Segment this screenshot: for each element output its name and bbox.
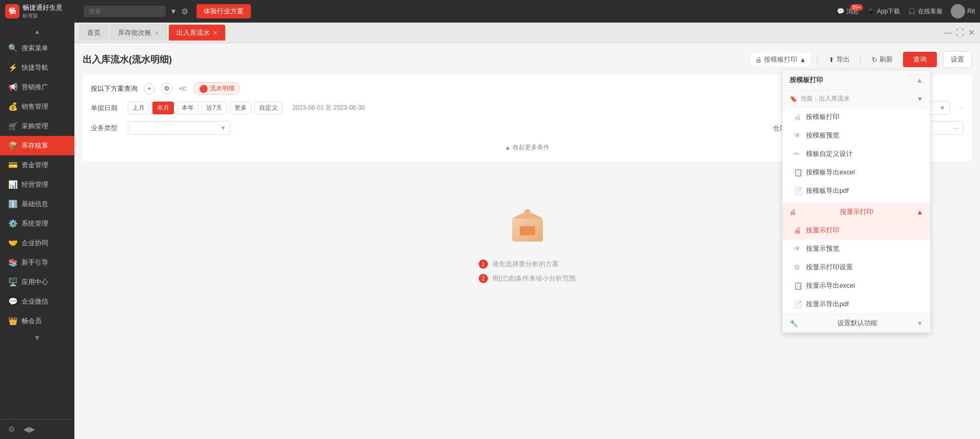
message-btn[interactable]: 💬 消息 99+ — [837, 7, 859, 16]
date-btn-custom[interactable]: 自定义 — [254, 102, 282, 114]
filter-tag-icon: 🔴 — [199, 85, 208, 93]
sidebar-label-member: 畅会员 — [22, 316, 42, 326]
sidebar-label-finance: 资金管理 — [22, 161, 48, 170]
filter-collapse-btn[interactable]: ≪ — [179, 84, 187, 93]
refresh-btn[interactable]: ↻ 刷新 — [868, 53, 897, 66]
tab-stock-flow[interactable]: 出入库流水 ✕ — [169, 25, 225, 41]
sidebar-item-system[interactable]: ⚙️ 系统管理 — [0, 214, 74, 233]
sidebar-scroll-down[interactable]: ▼ — [0, 331, 74, 345]
tab-inventory-batch-label: 库存批次账 — [118, 28, 151, 37]
online-service-btn[interactable]: 🎧 在线客服 — [908, 7, 943, 16]
dropdown-item-display-settings[interactable]: ⚙ 按显示打印设置 — [782, 258, 930, 276]
dropdown-item-template-design[interactable]: ✏ 模板自定义设计 — [782, 145, 930, 163]
date-range-display: 2023-06-01 至 2023-06-30 — [292, 104, 365, 112]
sidebar-item-appcenter[interactable]: 🖥️ 应用中心 — [0, 272, 74, 292]
eye-icon: 👁 — [794, 131, 802, 139]
date-btn-last-month[interactable]: 上月 — [128, 102, 149, 114]
sidebar-item-guide[interactable]: 📚 新手引导 — [0, 253, 74, 272]
dropdown-item-template-excel[interactable]: 📋 按模板导出excel — [782, 163, 930, 182]
export-btn[interactable]: ⬆ 导出 — [825, 53, 854, 66]
sidebar-item-quicknav[interactable]: ⚡ 快捷导航 — [0, 58, 74, 77]
sidebar-collapse-icon[interactable]: ◀▶ — [23, 425, 35, 434]
date-btn-more[interactable]: 更多 — [230, 102, 251, 114]
warehouse-more-icon[interactable]: ··· — [953, 124, 959, 132]
dropdown-item-display-pdf[interactable]: 📄 按显示导出pdf — [782, 295, 930, 313]
display-print-item-icon: 🖨 — [794, 226, 802, 234]
dropdown-section-display[interactable]: 🖨 按显示打印 ▲ — [782, 203, 930, 221]
settings-icon[interactable]: ⚙ — [181, 7, 188, 16]
sidebar-item-marketing[interactable]: 📢 营销推广 — [0, 77, 74, 97]
sidebar-scroll-up[interactable]: ▲ — [0, 25, 74, 38]
setting-btn[interactable]: 设置 — [943, 51, 972, 68]
display-pdf-icon: 📄 — [794, 300, 802, 308]
sidebar-item-basicinfo[interactable]: ℹ️ 基础信息 — [0, 194, 74, 214]
tab-inventory-batch-close[interactable]: ✕ — [154, 30, 159, 36]
sidebar-item-wechat[interactable]: 💬 企业微信 — [0, 292, 74, 311]
sidebar-item-collaboration[interactable]: 🤝 企业协同 — [0, 233, 74, 253]
tab-expand-icon[interactable]: ⛶ — [956, 28, 964, 37]
sidebar-label-system: 系统管理 — [22, 219, 48, 228]
dropdown-item-display-print[interactable]: 🖨 按显示打印 — [782, 221, 930, 240]
date-btn-this-year[interactable]: 本年 — [177, 102, 199, 114]
sidebar-label-basicinfo: 基础信息 — [22, 199, 48, 209]
tab-stock-flow-close[interactable]: ✕ — [213, 30, 218, 36]
date-btn-this-month[interactable]: 本月 — [152, 102, 174, 114]
dropdown-footer[interactable]: 🔧 设置默认功能 ▼ — [782, 313, 930, 332]
chart-icon: 📊 — [8, 180, 17, 189]
avatar — [951, 4, 965, 18]
top-header: 畅 畅捷通好生意 标准版 ▼ ⚙ 体验行业方案 💬 消息 99+ 📱 App下载… — [0, 0, 980, 23]
tab-inventory-batch[interactable]: 库存批次账 ✕ — [110, 25, 167, 41]
date-label: 单据日期 — [91, 104, 122, 113]
dropdown-item-template-pdf[interactable]: 📄 按模板导出pdf — [782, 182, 930, 200]
step-2-text: 用[过滤]条件来缩小分析范围 — [492, 274, 576, 283]
sidebar-settings-icon[interactable]: ⚙ — [8, 425, 15, 434]
header-right: 💬 消息 99+ 📱 App下载 🎧 在线客服 Rit — [837, 4, 975, 18]
svg-rect-4 — [525, 209, 530, 217]
page-content: 出入库流水(流水明细) 🖨 按模板打印 ▲ | ⬆ 导出 | ↻ — [74, 43, 980, 439]
wechat-icon: 💬 — [8, 297, 17, 306]
dropdown-item-template-print[interactable]: 🖨 按模板打印 — [782, 108, 930, 126]
lightning-icon: ⚡ — [8, 63, 17, 72]
header-search-input[interactable] — [84, 6, 166, 17]
sidebar-label-collaboration: 企业协同 — [22, 238, 48, 248]
query-btn[interactable]: 查询 — [903, 52, 937, 67]
dropdown-header: 按模板打印 ▲ — [782, 70, 930, 90]
sidebar-label-inventory: 库存核算 — [22, 141, 48, 150]
trial-btn[interactable]: 体验行业方案 — [197, 4, 251, 18]
divider-2: | — [860, 56, 861, 64]
dropdown-title: 按模板打印 — [790, 75, 823, 85]
sidebar-item-sales[interactable]: 💰 销售管理 — [0, 97, 74, 116]
empty-state-illustration — [502, 198, 553, 249]
sidebar-item-inventory[interactable]: 📦 库存核算 — [0, 136, 74, 155]
collapse-more-btn[interactable]: ▲ 收起更多条件 — [501, 141, 554, 154]
page-title: 出入库流水(流水明细) — [83, 53, 172, 66]
current-chevron[interactable]: ▼ — [917, 95, 923, 103]
business-type-select[interactable] — [128, 121, 230, 135]
app-download-btn[interactable]: 📱 App下载 — [867, 7, 900, 16]
sidebar-item-purchase[interactable]: 🛒 采购管理 — [0, 116, 74, 136]
empty-step-2: 2 用[过滤]条件来缩小分析范围 — [479, 274, 576, 283]
user-name: Rit — [967, 8, 975, 15]
dropdown-item-display-excel[interactable]: 📋 按显示导出excel — [782, 276, 930, 295]
megaphone-icon: 📢 — [8, 83, 17, 92]
sidebar-item-operations[interactable]: 📊 经营管理 — [0, 175, 74, 194]
tab-minimize-icon[interactable]: — — [944, 28, 952, 37]
tab-home-label: 首页 — [87, 28, 101, 37]
tab-close-all-icon[interactable]: ✕ — [968, 28, 975, 37]
dropdown-item-display-preview[interactable]: 👁 按显示预览 — [782, 240, 930, 258]
dropdown-close-arrow[interactable]: ▲ — [916, 76, 923, 84]
date-btn-7days[interactable]: 近7天 — [202, 102, 227, 114]
sidebar-item-search[interactable]: 🔍 搜索菜单 — [0, 38, 74, 58]
dropdown-item-template-preview[interactable]: 👁 按模板预览 — [782, 126, 930, 145]
filter-settings-btn[interactable]: ⚙ — [161, 83, 172, 94]
print-template-btn[interactable]: 🖨 按模板打印 ▲ — [751, 53, 810, 66]
sidebar-item-finance[interactable]: 💳 资金管理 — [0, 155, 74, 175]
display-excel-icon: 📋 — [794, 282, 802, 290]
tab-home[interactable]: 首页 — [80, 25, 108, 41]
filter-add-btn[interactable]: + — [144, 83, 155, 94]
step-num-2: 2 — [479, 274, 488, 283]
header-dropdown-btn[interactable]: ▼ — [170, 7, 177, 15]
sidebar-item-member[interactable]: 👑 畅会员 — [0, 311, 74, 331]
user-avatar-area[interactable]: Rit — [951, 4, 975, 18]
handshake-icon: 🤝 — [8, 238, 17, 248]
